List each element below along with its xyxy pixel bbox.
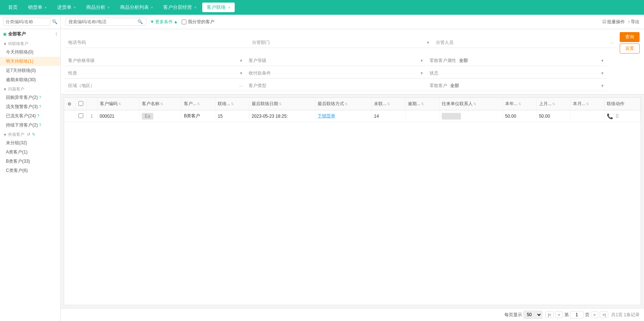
sort-code-icon: ⇅ bbox=[118, 102, 121, 106]
my-customers-check[interactable] bbox=[182, 20, 186, 24]
sidebar-all-customers[interactable]: ▣ 全部客户 《 bbox=[0, 29, 60, 39]
col-contacts[interactable]: 联络... ⇅ bbox=[216, 98, 249, 110]
col-unit-contact[interactable]: 往来单位联系人 ⇅ bbox=[439, 98, 503, 110]
filter-nature-arrow[interactable]: ▼ bbox=[239, 71, 243, 75]
select-all-checkbox[interactable] bbox=[78, 101, 83, 106]
filter-person-input[interactable] bbox=[456, 40, 610, 45]
nav-close-icon[interactable]: × bbox=[74, 6, 76, 10]
sidebar-item-overdue-pending[interactable]: 逾期未联络(30) bbox=[0, 75, 60, 84]
nav-close-icon[interactable]: × bbox=[108, 6, 110, 10]
nav-item-首页[interactable]: 首页 bbox=[4, 3, 22, 12]
sidebar-item-tomorrow-pending[interactable]: 明天待联络(1) bbox=[0, 57, 60, 66]
query-button[interactable]: 查询 bbox=[620, 32, 640, 42]
filter-price-level-input[interactable] bbox=[98, 58, 239, 63]
nav-close-icon[interactable]: × bbox=[228, 6, 230, 10]
filter-payment-arrow[interactable]: ▼ bbox=[420, 71, 424, 75]
col-customer-code[interactable]: 客户编码 ⇅ bbox=[97, 98, 139, 110]
export-button[interactable]: ↑ 导出 bbox=[628, 19, 640, 25]
table-header-row: ⚙ 客户编码 ⇅ 客户名称 bbox=[64, 98, 641, 110]
filter-row-3: 性质 ▼ 收付款条件 ▼ 状态 ▼ bbox=[65, 68, 640, 79]
filter-customer-type-input[interactable] bbox=[269, 83, 423, 89]
main-search-icon[interactable]: 🔍 bbox=[137, 19, 143, 24]
col-customer-type[interactable]: 客户... ⇅ bbox=[182, 98, 216, 110]
col-overdue[interactable]: 逾期... ⇅ bbox=[405, 98, 439, 110]
nav-close-icon[interactable]: × bbox=[45, 6, 47, 10]
row-num: 1 bbox=[86, 110, 97, 122]
nav-close-icon[interactable]: × bbox=[194, 6, 196, 10]
sidebar-item-ungroup[interactable]: 未分组(32) bbox=[0, 138, 60, 148]
sidebar-item-repurchase-abnormal[interactable]: 回购异常客户(2) ? bbox=[0, 93, 60, 102]
first-page-button[interactable]: |< bbox=[545, 311, 554, 318]
value-refresh-icon[interactable]: ↺ bbox=[27, 132, 30, 137]
row-contacts: 15 bbox=[216, 110, 249, 122]
filter-phone-input[interactable] bbox=[89, 40, 246, 45]
nav-item-进货单[interactable]: 进货单× bbox=[53, 3, 80, 12]
nav-close-icon[interactable]: × bbox=[151, 6, 153, 10]
last-page-button[interactable]: >| bbox=[600, 311, 608, 318]
sidebar-item-churn-warning[interactable]: 流失预警客户(3) ? bbox=[0, 102, 60, 111]
row-unit-contact: ⠀⠀⠀⠀ bbox=[439, 110, 503, 122]
prev-page-button[interactable]: < bbox=[555, 311, 563, 318]
filter-dept-input[interactable] bbox=[273, 40, 426, 45]
sort-last-date-icon: ⇅ bbox=[279, 102, 282, 106]
filter-person-dots[interactable]: ··· bbox=[610, 40, 614, 45]
sidebar-item-7days-pending[interactable]: 近7天待联络(0) bbox=[0, 66, 60, 75]
my-customers-checkbox[interactable]: 我分管的客户 bbox=[182, 19, 214, 25]
col-gear[interactable]: ⚙ bbox=[64, 98, 75, 110]
value-edit-icon[interactable]: ✎ bbox=[32, 132, 35, 137]
col-this-year[interactable]: 本年... ⇅ bbox=[503, 98, 537, 110]
main-search-input[interactable] bbox=[69, 19, 136, 24]
more-conditions-button[interactable]: ▼ 更多条件 ▲ bbox=[150, 19, 178, 25]
filter-price-arrow[interactable]: ▼ bbox=[239, 59, 243, 63]
sidebar-search-area: 🔍 bbox=[0, 15, 60, 29]
sidebar-item-churned[interactable]: 已流失客户(24) ? bbox=[0, 111, 60, 121]
action-grid-icon[interactable]: ⠿ bbox=[615, 113, 619, 119]
sort-overdue-icon: ⇅ bbox=[421, 102, 424, 106]
row-this-year: 50.00 bbox=[503, 110, 537, 122]
filter-scatter-customer-arrow[interactable]: ▼ bbox=[601, 84, 604, 88]
sidebar-collapse-icon[interactable]: 《 bbox=[53, 31, 57, 37]
filter-customer-level-arrow[interactable]: ▼ bbox=[420, 59, 424, 63]
nav-item-客户联络[interactable]: 客户联络× bbox=[202, 3, 235, 12]
filter-region-input[interactable] bbox=[98, 83, 239, 89]
sidebar-item-declining[interactable]: 持续下滑客户(2) ? bbox=[0, 121, 60, 130]
next-page-button[interactable]: > bbox=[591, 311, 598, 318]
filter-nature-input[interactable] bbox=[80, 71, 239, 76]
col-num bbox=[86, 98, 97, 110]
nav-item-客户分层经营[interactable]: 客户分层经营× bbox=[159, 3, 201, 12]
settings-button[interactable]: 设置 bbox=[620, 44, 640, 54]
filter-status-arrow[interactable]: ▼ bbox=[601, 71, 604, 75]
sidebar-search-input[interactable] bbox=[3, 18, 50, 26]
sidebar-item-today-pending[interactable]: 今天待联络(0) bbox=[0, 48, 60, 57]
col-not-contacted[interactable]: 未联... ⇅ bbox=[371, 98, 405, 110]
col-this-month[interactable]: 本月... ⇅ bbox=[570, 98, 604, 110]
filter-customer-level-input[interactable] bbox=[269, 58, 420, 63]
col-last-method[interactable]: 最后联络方式 ⇅ bbox=[315, 98, 371, 110]
filter-payment-input[interactable] bbox=[274, 71, 420, 76]
nav-item-销货单[interactable]: 销货单× bbox=[24, 3, 51, 12]
action-phone-icon[interactable]: 📞 bbox=[607, 113, 613, 119]
filter-region-dots[interactable]: ··· bbox=[239, 83, 243, 89]
filter-status-input[interactable] bbox=[441, 71, 601, 76]
row-last-method: 下销货单 bbox=[315, 110, 371, 122]
filter-scatter-attr: 零散客户属性 全部 ▼ bbox=[427, 56, 607, 66]
row-checkbox[interactable] bbox=[78, 113, 83, 118]
col-customer-name[interactable]: 客户名称 ⇅ bbox=[139, 98, 181, 110]
sidebar-item-b-class[interactable]: B类客户(33) bbox=[0, 157, 60, 166]
nav-item-商品分析列表[interactable]: 商品分析列表× bbox=[116, 3, 158, 12]
page-number-input[interactable] bbox=[570, 311, 584, 318]
filter-dept-arrow[interactable]: ▼ bbox=[426, 41, 430, 45]
sidebar-group-problem: ▼ 问题客户 bbox=[0, 84, 60, 93]
filter-scatter-customer-value: 全部 bbox=[450, 83, 601, 89]
sidebar-search-icon[interactable]: 🔍 bbox=[52, 19, 57, 24]
sidebar-item-c-class[interactable]: C类客户(6) bbox=[0, 166, 60, 175]
sidebar-item-a-class[interactable]: A类客户(1) bbox=[0, 148, 60, 157]
row-code: 000021 bbox=[97, 110, 139, 122]
col-last-month[interactable]: 上月... ⇅ bbox=[536, 98, 570, 110]
per-page-select[interactable]: 50 20 100 bbox=[524, 311, 542, 319]
batch-op-button[interactable]: ☑ 批量操作 bbox=[602, 19, 625, 25]
pagination-bar: 每页显示 50 20 100 |< < 第 页 > >| 共1页 1条记录 bbox=[61, 308, 644, 321]
col-last-date[interactable]: 最后联络日期 ⇅ bbox=[249, 98, 315, 110]
filter-scatter-attr-arrow[interactable]: ▼ bbox=[601, 59, 604, 63]
nav-item-商品分析[interactable]: 商品分析× bbox=[82, 3, 114, 12]
